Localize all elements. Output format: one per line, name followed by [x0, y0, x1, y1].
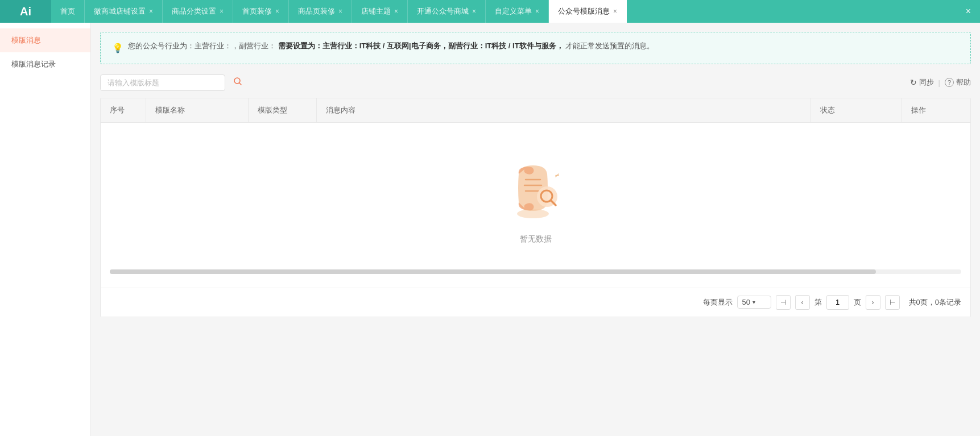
svg-line-1: [239, 83, 242, 85]
sidebar-item-template-message[interactable]: 模版消息: [0, 28, 90, 52]
close-tab-store-settings[interactable]: ×: [149, 7, 153, 15]
tab-open-wechat-store[interactable]: 开通公众号商城 ×: [408, 0, 486, 23]
search-button[interactable]: [230, 74, 246, 90]
prev-page-button[interactable]: ‹: [795, 295, 810, 310]
main-content: 💡 您的公众号行业为：主营行业：，副营行业： 需要设置为：主营行业：IT科技 /…: [91, 23, 980, 436]
th-message-content: 消息内容: [317, 98, 811, 122]
data-table: 序号 模版名称 模版类型 消息内容 状态 操作: [100, 98, 971, 317]
th-operation: 操作: [902, 98, 970, 122]
tab-home[interactable]: 首页: [51, 0, 85, 23]
close-tab-custom-menu[interactable]: ×: [535, 7, 539, 15]
pagination: 每页显示 50 ▾ ⊣ ‹ 第 页 › ⊢ 共0页，0条记录: [101, 288, 970, 317]
th-template-type: 模版类型: [249, 98, 317, 122]
close-tab-template-message[interactable]: ×: [613, 7, 617, 15]
sync-icon: ↻: [910, 78, 917, 87]
close-tab-home-decoration[interactable]: ×: [275, 7, 279, 15]
scrollbar-thumb[interactable]: [110, 269, 876, 274]
search-bar: ↻ 同步 | ? 帮助: [100, 74, 971, 91]
chevron-down-icon: ▾: [752, 299, 755, 305]
close-tab-product-decoration[interactable]: ×: [338, 7, 342, 15]
main-layout: 模版消息 模版消息记录 💡 您的公众号行业为：主营行业：，副营行业： 需要设置为…: [0, 23, 980, 436]
brand-logo: Ai: [0, 0, 51, 23]
empty-state: 暂无数据: [101, 123, 970, 267]
tab-store-settings[interactable]: 微商城店铺设置 ×: [85, 0, 163, 23]
close-tab-store-theme[interactable]: ×: [394, 7, 398, 15]
toolbar-divider: |: [938, 78, 940, 87]
notice-icon: 💡: [112, 41, 123, 56]
page-di-label: 第: [814, 297, 822, 308]
notice-box: 💡 您的公众号行业为：主营行业：，副营行业： 需要设置为：主营行业：IT科技 /…: [100, 32, 971, 64]
page-total-label: 共0页，0条记录: [909, 297, 961, 308]
th-status: 状态: [811, 98, 902, 122]
next-page-button[interactable]: ›: [866, 295, 880, 310]
search-left: [100, 74, 246, 91]
th-index: 序号: [101, 98, 146, 122]
page-unit-label: 页: [854, 297, 861, 308]
first-page-button[interactable]: ⊣: [776, 295, 791, 310]
th-template-name: 模版名称: [146, 98, 249, 122]
tab-template-message[interactable]: 公众号模版消息 ×: [549, 0, 627, 23]
close-all-button[interactable]: ×: [957, 6, 980, 16]
help-button[interactable]: ? 帮助: [945, 77, 971, 88]
help-icon: ?: [945, 78, 954, 87]
tab-custom-menu[interactable]: 自定义菜单 ×: [486, 0, 549, 23]
sidebar: 模版消息 模版消息记录: [0, 23, 91, 436]
search-right: ↻ 同步 | ? 帮助: [910, 77, 971, 88]
page-size-select[interactable]: 50 ▾: [737, 296, 771, 309]
tab-home-decoration[interactable]: 首页装修 ×: [233, 0, 289, 23]
tab-category-settings[interactable]: 商品分类设置 ×: [163, 0, 233, 23]
close-tab-category[interactable]: ×: [220, 7, 224, 15]
page-size-label: 每页显示: [703, 297, 733, 308]
last-page-button[interactable]: ⊢: [885, 295, 900, 310]
sidebar-item-template-message-record[interactable]: 模版消息记录: [0, 52, 90, 76]
sync-button[interactable]: ↻ 同步: [910, 77, 934, 88]
page-number-input[interactable]: [826, 295, 849, 310]
top-nav: Ai 首页 微商城店铺设置 × 商品分类设置 × 首页装修 × 商品页装修 × …: [0, 0, 980, 23]
horizontal-scrollbar[interactable]: [110, 269, 961, 274]
tab-product-decoration[interactable]: 商品页装修 ×: [289, 0, 352, 23]
empty-illustration: [502, 157, 570, 225]
tab-store-theme[interactable]: 店铺主题 ×: [352, 0, 408, 23]
empty-text: 暂无数据: [520, 234, 552, 244]
table-header: 序号 模版名称 模版类型 消息内容 状态 操作: [101, 98, 970, 123]
close-tab-open-wechat[interactable]: ×: [472, 7, 476, 15]
search-input[interactable]: [100, 74, 225, 91]
